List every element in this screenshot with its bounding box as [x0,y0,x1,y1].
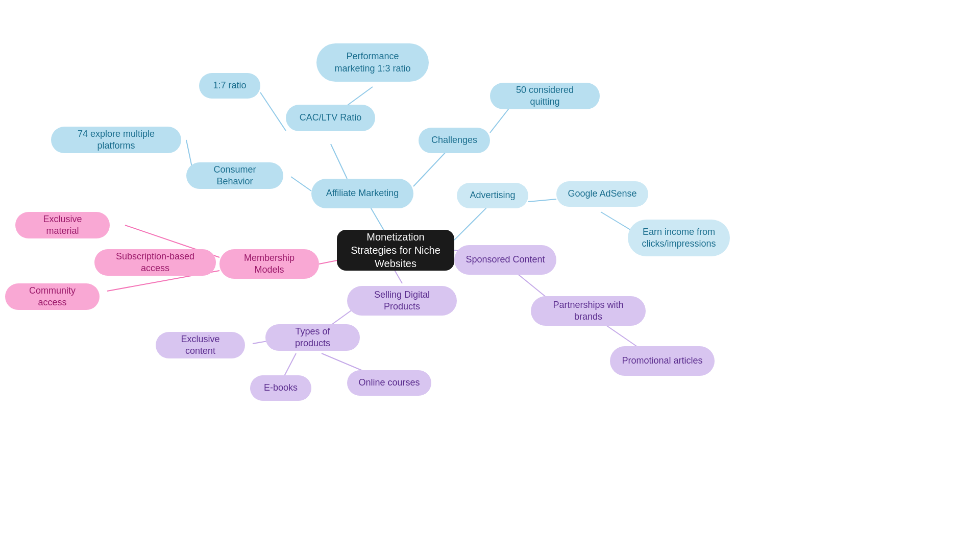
advertising-node: Advertising [457,183,528,208]
types-of-products-node: Types of products [265,324,360,351]
svg-line-4 [291,177,311,191]
membership-models-node: Membership Models [219,249,319,279]
earn-income-node: Earn income from clicks/impressions [628,220,730,256]
cac-ltv-node: CAC/LTV Ratio [286,105,375,131]
svg-line-19 [601,212,630,230]
mindmap-connections [0,0,980,553]
exclusive-content-node: Exclusive content [156,332,245,358]
subscription-access-node: Subscription-based access [94,249,216,276]
affiliate-marketing-node: Affiliate Marketing [311,179,413,208]
selling-digital-node: Selling Digital Products [347,286,457,316]
consumer-behavior-node: Consumer Behavior [186,162,283,189]
sponsored-content-node: Sponsored Content [454,245,556,275]
community-access-node: Community access [5,283,100,310]
performance-marketing-node: Performance marketing 1:3 ratio [316,43,429,82]
center-node: Monetization Strategies for Niche Websit… [337,230,454,271]
partnerships-brands-node: Partnerships with brands [531,296,646,326]
svg-line-3 [260,92,286,131]
online-courses-node: Online courses [347,370,431,396]
promotional-articles-node: Promotional articles [610,346,715,376]
exclusive-material-node: Exclusive material [15,212,110,238]
svg-line-1 [331,144,347,179]
svg-line-18 [528,199,556,202]
ratio-17-node: 1:7 ratio [199,73,260,99]
challenges-node: Challenges [419,128,490,153]
google-adsense-node: Google AdSense [556,181,648,207]
explore-platforms-node: 74 explore multiple platforms [51,127,181,153]
svg-line-15 [283,353,296,378]
considered-quitting-node: 50 considered quitting [490,83,600,109]
ebooks-node: E-books [250,375,311,401]
